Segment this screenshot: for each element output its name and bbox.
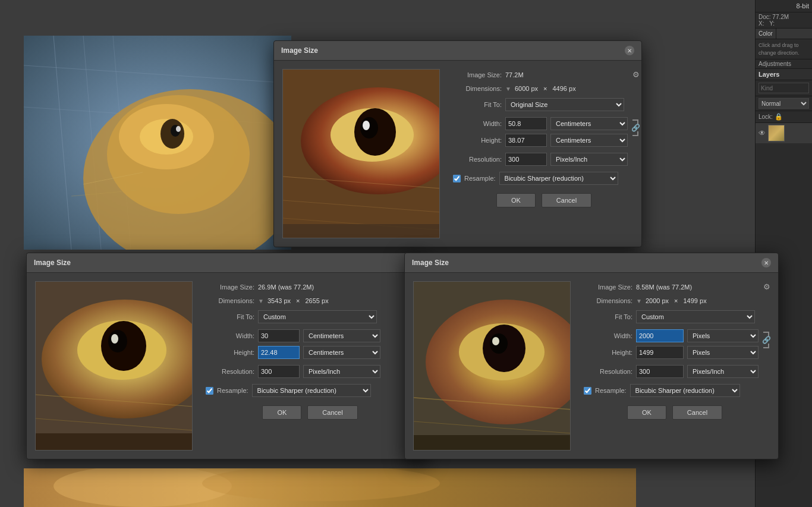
d2-image-size-label: Image Size: [201,284,254,291]
dialog1-titlebar[interactable]: Image Size ✕ [274,41,641,61]
dialog2-width-unit[interactable]: Centimeters [303,329,380,342]
dialog3-cancel-button[interactable]: Cancel [672,405,722,420]
dialog3-ok-button[interactable]: OK [627,405,666,420]
d2-image-size-value: 26.9M (was 77.2M) [258,284,314,291]
d2-width-label: Width: [206,332,254,339]
d2-resolution-label: Resolution: [206,368,254,375]
dialog3-settings-icon[interactable]: ⚙ [763,282,770,291]
d3-dimensions-value: 2000 px [646,297,669,304]
d3-chain-link-icon: 🔗 [762,336,771,344]
dialog2-height-input[interactable]: 22.48 [258,346,300,359]
layer-thumbnail [768,125,785,141]
bottom-canvas-strip [24,468,636,507]
svg-rect-36 [36,433,193,451]
lock-label: Lock: [759,114,773,120]
dialog3-width-unit[interactable]: Pixels [687,329,759,342]
dialog1-close-button[interactable]: ✕ [625,46,634,55]
d2-dim-arrow: ▼ [258,298,264,304]
adjustments-panel-label: Adjustments [756,59,812,69]
svg-point-33 [111,334,118,344]
d1-dimensions-value: 6000 px [515,85,538,92]
d3-resample-label: Resample: [595,387,627,394]
d3-dimensions-value2: 1499 px [684,297,707,304]
d1-width-label: Width: [453,120,502,127]
d2-dimensions-value: 3543 px [267,297,291,304]
svg-rect-27 [283,224,440,238]
dialog1-title: Image Size [281,46,318,55]
dialog3-resample-checkbox[interactable] [584,387,591,395]
layer-visibility-icon[interactable]: 👁 [759,129,766,137]
svg-rect-45 [414,435,571,451]
color-tab[interactable]: Color [756,29,776,39]
dialog2-resample-select[interactable]: Bicubic Sharper (reduction) [252,384,371,397]
dialog2-resolution-unit[interactable]: Pixels/Inch [303,365,380,378]
dialog1-resample-checkbox[interactable] [453,175,461,182]
dialog2-title: Image Size [34,259,71,267]
dialog3-fit-to-select[interactable]: Custom [636,310,755,323]
dialog1-width-unit[interactable]: Centimeters [550,117,628,130]
dialog3-width-input[interactable]: 2000 [636,329,684,342]
d1-fit-to-label: Fit To: [448,101,502,108]
doc-size-label: Doc: 77.2M [759,14,809,20]
svg-point-23 [363,121,370,130]
d3-image-size-value: 8.58M (was 77.2M) [636,284,692,291]
layers-panel-header: Layers [756,69,812,80]
d1-chain-link-icon: 🔗 [631,124,640,131]
dialog2-titlebar[interactable]: Image Size ✕ [27,253,427,273]
lock-icons: 🔒 [775,113,783,121]
dialog3-title: Image Size [412,259,449,267]
dialog3-resample-select[interactable]: Bicubic Sharper (reduction) [630,384,740,397]
dialog3-close-button[interactable]: ✕ [761,258,771,267]
d1-image-size-value: 77.2M [505,71,524,78]
dialog2-fit-to-select[interactable]: Custom [258,310,377,323]
main-canvas [24,36,291,250]
blend-mode-select[interactable]: Normal [759,98,809,109]
d3-dim-arrow: ▼ [636,298,642,304]
dialog1-width-input[interactable]: 50.8 [505,117,547,130]
dialog1-resample-select[interactable]: Bicubic Sharper (reduction) [499,172,618,185]
d1-height-label: Height: [453,137,502,144]
dialog1-resolution-unit[interactable]: Pixels/Inch [550,153,628,166]
dialog3-height-input[interactable]: 1499 [636,346,684,359]
svg-point-41 [490,333,508,354]
kind-search-input[interactable] [759,83,809,93]
dialog3-height-unit[interactable]: Pixels [687,346,759,359]
dialog-image-size-3: Image Size ✕ [404,253,779,459]
dialog1-cancel-button[interactable]: Cancel [542,193,591,207]
bit-depth-label: 8-bit [759,2,809,10]
d1-dimensions-x: × [543,85,547,92]
d1-resample-label: Resample: [464,175,496,182]
dialog1-fit-to-select[interactable]: Original Size [505,98,624,111]
dialog1-resolution-input[interactable]: 300 [505,153,547,166]
dialog1-preview [282,69,440,238]
dialog2-ok-button[interactable]: OK [262,405,301,420]
d3-resolution-label: Resolution: [584,368,632,375]
dialog3-resolution-input[interactable]: 300 [636,365,684,378]
d1-resolution-label: Resolution: [453,156,502,163]
dialog2-resolution-input[interactable]: 300 [258,365,300,378]
svg-point-12 [176,126,181,132]
dialog3-resolution-unit[interactable]: Pixels/Inch [687,365,759,378]
dialog2-resample-checkbox[interactable] [206,387,213,395]
dialog2-cancel-button[interactable]: Cancel [307,405,357,420]
dialog2-width-input[interactable]: 30 [258,329,300,342]
d2-dimensions-x: × [296,297,300,304]
dialog1-ok-button[interactable]: OK [496,193,536,207]
d2-resample-label: Resample: [217,387,248,394]
d2-dimensions-value2: 2655 px [306,297,329,304]
d3-fit-to-label: Fit To: [579,313,632,320]
d1-dimensions-value2: 4496 px [553,85,576,92]
dialog-image-size-1: Image Size ✕ [273,40,642,247]
dialog3-titlebar[interactable]: Image Size ✕ [405,253,778,273]
d3-height-label: Height: [584,349,632,356]
d1-dim-arrow: ▼ [505,86,511,92]
dialog1-settings-icon[interactable]: ⚙ [632,70,640,79]
dialog1-height-unit[interactable]: Centimeters [550,134,628,147]
d3-dimensions-x: × [674,297,678,304]
d3-dimensions-label: Dimensions: [579,297,632,304]
d3-width-label: Width: [584,332,632,339]
dialog1-height-input[interactable]: 38.07 [505,134,547,147]
x-coord-label: X: [759,20,764,27]
dialog2-height-unit[interactable]: Centimeters [303,346,380,359]
svg-point-42 [492,337,499,345]
